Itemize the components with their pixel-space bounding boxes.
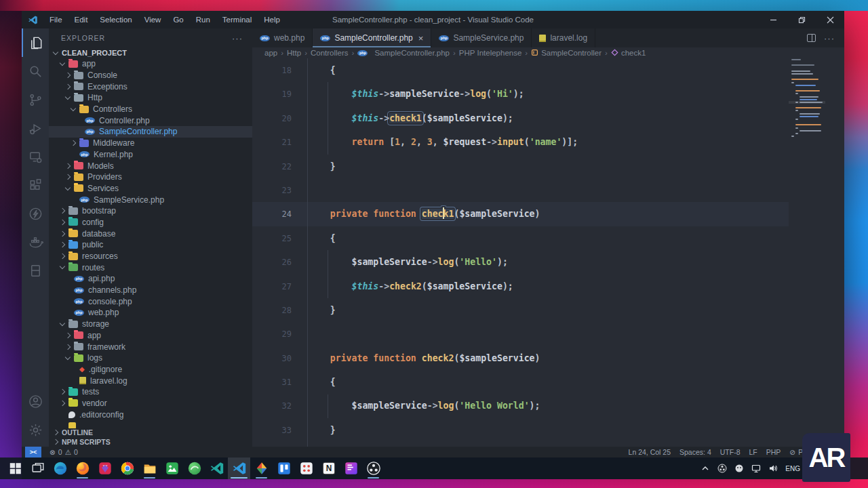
tree-item-Controllers[interactable]: Controllers (49, 104, 252, 115)
tree-item-database[interactable]: database (49, 228, 252, 239)
activity-account-icon[interactable] (22, 387, 49, 415)
tree-item-Controller.php[interactable]: phpController.php (49, 115, 252, 126)
taskbar-vscode-teal-icon[interactable] (205, 458, 228, 479)
activity-settings-icon[interactable] (22, 415, 49, 444)
tree-item-console.php[interactable]: phpconsole.php (49, 296, 252, 307)
status-php[interactable]: PHP (766, 448, 781, 456)
split-editor-icon[interactable] (807, 34, 816, 42)
close-button[interactable] (816, 11, 844, 28)
taskbar-firefox-icon[interactable] (71, 458, 94, 479)
activity-run-debug-icon[interactable] (22, 114, 49, 142)
taskbar-gem-app-icon[interactable] (94, 458, 116, 479)
taskbar-task-view-icon[interactable] (26, 458, 49, 479)
language-indicator[interactable]: ENG (785, 465, 800, 472)
tray-speaker-icon[interactable] (768, 464, 778, 473)
breadcrumb-item-SampleController.php[interactable]: phpSampleController.php (357, 49, 450, 57)
taskbar-file-explorer-icon[interactable] (138, 458, 161, 479)
tab-SampleService.php[interactable]: phpSampleService.php (431, 28, 532, 47)
tree-item-vendor[interactable]: vendor (49, 398, 252, 409)
code-line-32[interactable]: 32 $sampleService->log('Hello World'); (252, 394, 789, 418)
tree-item-Kernel.php[interactable]: phpKernel.php (49, 149, 252, 161)
taskbar-green-app-icon[interactable] (183, 458, 205, 479)
minimize-button[interactable] (759, 11, 787, 28)
code-line-26[interactable]: 26 $sampleService->log('Hello'); (252, 250, 789, 274)
taskbar-start-icon[interactable] (4, 458, 26, 479)
activity-remote-explorer-icon[interactable] (22, 142, 49, 171)
taskbar-trello-icon[interactable] (273, 458, 295, 479)
menu-selection[interactable]: Selection (94, 16, 138, 24)
breadcrumb-item-check1[interactable]: check1 (611, 49, 646, 58)
tree-item-api.php[interactable]: phpapi.php (49, 273, 252, 285)
code-line-33[interactable]: 33 } (252, 418, 789, 442)
title-bar[interactable]: FileEditSelectionViewGoRunTerminalHelp S… (22, 11, 844, 28)
breadcrumb-item-app[interactable]: app (264, 49, 277, 57)
activity-docker-icon[interactable] (22, 228, 49, 256)
explorer-more-actions-icon[interactable]: ··· (232, 33, 243, 43)
tab-close-icon[interactable]: × (418, 33, 424, 43)
code-line-28[interactable]: 28 } (252, 298, 789, 322)
tree-item-routes[interactable]: routes (49, 262, 252, 273)
status-utf-8[interactable]: UTF-8 (720, 448, 741, 456)
tree-item-laravel.log[interactable]: laravel.log (49, 375, 252, 386)
tab-web.php[interactable]: phpweb.php (252, 28, 313, 47)
code-line-25[interactable]: 25 { (252, 226, 789, 250)
tree-item-.gitignore[interactable]: ◆.gitignore (49, 364, 252, 375)
tree-item-Models[interactable]: Models (49, 160, 252, 171)
activity-search-icon[interactable] (22, 57, 49, 85)
tray-obs-mini-icon[interactable] (717, 464, 727, 473)
tab-SampleController.php[interactable]: phpSampleController.php× (313, 28, 431, 47)
tree-item-tests[interactable]: tests (49, 386, 252, 398)
tree-item-app[interactable]: app (49, 58, 252, 70)
remote-indicator[interactable]: >< (25, 447, 41, 458)
menu-run[interactable]: Run (190, 16, 216, 24)
menu-view[interactable]: View (138, 16, 167, 24)
code-line-18[interactable]: 18 { (252, 58, 789, 82)
tree-item-SampleService.php[interactable]: phpSampleService.php (49, 194, 252, 205)
tree-item-channels.php[interactable]: phpchannels.php (49, 285, 252, 296)
menu-terminal[interactable]: Terminal (216, 16, 258, 24)
code-line-29[interactable]: 29 (252, 322, 789, 346)
activity-explorer-icon[interactable] (22, 28, 49, 57)
tree-item-web.php[interactable]: phpweb.php (49, 307, 252, 319)
code-line-24[interactable]: 24 private function check1($sampleServic… (252, 202, 789, 226)
code-line-21[interactable]: 21 return [1, 2, 3, $request->input('nam… (252, 130, 789, 154)
code-line-20[interactable]: 20 $this->check1($sampleService); (252, 106, 789, 130)
code-editor[interactable]: 18 {19 $this->sampleService->log('Hi');2… (252, 58, 844, 447)
taskbar-diamond-app-icon[interactable] (250, 458, 273, 479)
tree-root[interactable]: CLEAN_PROJECT (49, 47, 252, 58)
tab-laravel.log[interactable]: laravel.log (532, 28, 595, 47)
tree-item-.editorconfig[interactable]: .editorconfig (49, 409, 252, 420)
tree-item-public[interactable]: public (49, 239, 252, 251)
taskbar-notion-icon[interactable]: N (317, 458, 340, 479)
tree-item-config[interactable]: config (49, 217, 252, 228)
status-ln-24-col-25[interactable]: Ln 24, Col 25 (629, 448, 671, 456)
tree-item-Exceptions[interactable]: Exceptions (49, 81, 252, 92)
status-lf[interactable]: LF (749, 448, 757, 456)
status-spaces-4[interactable]: Spaces: 4 (679, 448, 711, 456)
editor-more-actions-icon[interactable]: ··· (824, 33, 835, 43)
section-npm-scripts[interactable]: NPM SCRIPTS (49, 437, 252, 447)
code-line-22[interactable]: 22 } (252, 155, 789, 178)
breadcrumb-item-PHP Intelephense[interactable]: PHP Intelephense (459, 49, 522, 57)
activity-thunder-client-icon[interactable] (22, 199, 49, 228)
menu-file[interactable]: File (43, 16, 68, 24)
code-line-30[interactable]: 30 private function check2($sampleServic… (252, 346, 789, 370)
tree-item-Console[interactable]: Console (49, 70, 252, 81)
tray-app-mini-icon[interactable] (734, 464, 744, 473)
section-outline[interactable]: OUTLINE (49, 428, 252, 437)
breadcrumb-item-Controllers[interactable]: Controllers (311, 49, 349, 57)
tree-item-Middleware[interactable]: Middleware (49, 138, 252, 149)
tree-item-Http[interactable]: Http (49, 92, 252, 104)
taskbar-chrome-icon[interactable] (116, 458, 138, 479)
taskbar-phpstorm-icon[interactable] (340, 458, 362, 479)
tray-chevron-icon[interactable] (701, 464, 710, 473)
tree-item-Providers[interactable]: Providers (49, 171, 252, 183)
code-line-19[interactable]: 19 $this->sampleService->log('Hi'); (252, 82, 789, 106)
activity-database-icon[interactable] (22, 256, 49, 285)
taskbar-vscode-icon[interactable] (228, 458, 250, 479)
taskbar-obs-icon[interactable] (362, 458, 384, 479)
tree-item-resources[interactable]: resources (49, 251, 252, 262)
code-line-31[interactable]: 31 { (252, 370, 789, 394)
tree-item-SampleController.php[interactable]: phpSampleController.php (49, 126, 252, 138)
tree-item-app[interactable]: app (49, 330, 252, 342)
